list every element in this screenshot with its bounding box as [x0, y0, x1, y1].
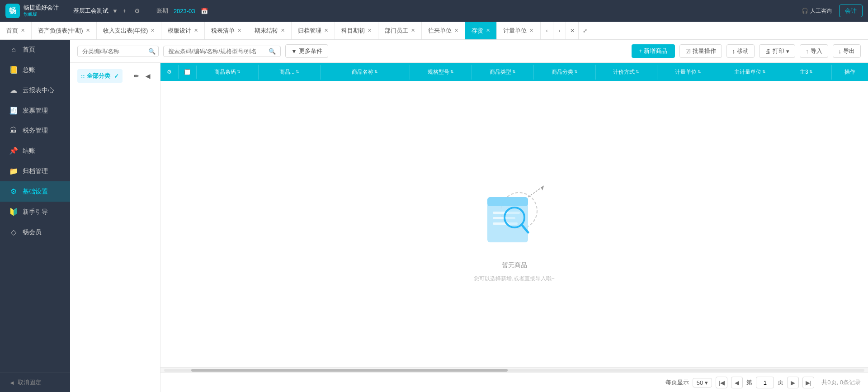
- tab-fullscreen-btn[interactable]: ⤢: [578, 22, 591, 40]
- tab-contacts[interactable]: 往来单位 ✕: [422, 22, 465, 40]
- tab-inventory[interactable]: 存货 ✕: [465, 22, 497, 40]
- tab-home-close[interactable]: ✕: [21, 28, 25, 33]
- account-button[interactable]: 会计: [839, 5, 863, 17]
- move-button[interactable]: ↕ 移动: [726, 44, 755, 58]
- add-product-button[interactable]: + 新增商品: [632, 44, 675, 58]
- tax-icon: 🏛: [9, 127, 18, 135]
- product-search-box[interactable]: 🔍: [163, 46, 281, 57]
- col-gear[interactable]: ⚙: [160, 65, 179, 79]
- settings-sidebar-icon: ⚙: [9, 187, 18, 196]
- tab-balance-mid-close[interactable]: ✕: [86, 28, 90, 33]
- category-search-box[interactable]: 🔍: [77, 46, 159, 57]
- settings-icon[interactable]: ⚙: [131, 5, 144, 17]
- table-scrollbar[interactable]: [160, 367, 868, 373]
- tab-dept-emp[interactable]: 部门员工 ✕: [378, 22, 422, 40]
- sidebar-item-settings[interactable]: ⚙ 基础设置: [0, 181, 70, 202]
- tab-tax-clear[interactable]: 税表清单 ✕: [205, 22, 248, 40]
- tab-prev-btn[interactable]: ‹: [540, 22, 553, 40]
- add-company-btn[interactable]: ＋: [122, 7, 127, 15]
- tab-template[interactable]: 模版设计 ✕: [161, 22, 205, 40]
- prev-page-btn[interactable]: ◀: [731, 377, 743, 388]
- company-dropdown-icon[interactable]: ▼: [112, 8, 118, 14]
- tab-period-close[interactable]: 期末结转 ✕: [248, 22, 292, 40]
- sidebar-item-invoice[interactable]: 🧾 发票管理: [0, 100, 70, 121]
- sort-type-icon: ⇅: [512, 70, 516, 74]
- page-number-input[interactable]: [756, 377, 774, 388]
- filter-icon: ▼: [291, 48, 297, 55]
- collapse-panel-btn[interactable]: ◀: [143, 71, 153, 81]
- tab-tax-clear-close[interactable]: ✕: [237, 28, 241, 33]
- sort-code-icon: ⇅: [296, 70, 299, 74]
- import-button[interactable]: ↑ 导入: [800, 44, 828, 58]
- page-size-select[interactable]: 50 ▾: [693, 378, 712, 387]
- last-page-btn[interactable]: ▶|: [802, 377, 814, 388]
- tab-subject-init-close[interactable]: ✕: [368, 28, 372, 33]
- tab-home[interactable]: 首页 ✕: [0, 22, 32, 40]
- sidebar-label-reports: 云报表中心: [23, 86, 54, 94]
- col-num3[interactable]: 主3 ⇅: [781, 65, 832, 80]
- col-code[interactable]: 商品... ⇅: [259, 65, 321, 80]
- main-layout: ⌂ 首页 📒 总账 ☁ 云报表中心 🧾 发票管理 🏛 税务管理 📌 结账 📁 归…: [0, 40, 868, 392]
- support-button[interactable]: 🎧 人工咨询: [802, 7, 832, 15]
- print-button[interactable]: 🖨 打印 ▾: [759, 44, 795, 58]
- sidebar-item-ledger[interactable]: 📒 总账: [0, 60, 70, 80]
- sort-category-icon: ⇅: [574, 70, 578, 74]
- select-all-checkbox[interactable]: [184, 69, 190, 75]
- tab-income-year-close[interactable]: ✕: [151, 28, 155, 33]
- tab-close-all-btn[interactable]: ✕: [566, 22, 578, 40]
- col-spec[interactable]: 规格型号 ⇅: [410, 65, 472, 80]
- tab-income-year[interactable]: 收入支出表(年报) ✕: [97, 22, 162, 40]
- category-search-input[interactable]: [82, 48, 146, 55]
- sidebar-item-closing[interactable]: 📌 结账: [0, 141, 70, 161]
- member-icon: ◇: [9, 228, 18, 236]
- filter-button[interactable]: ▼ 更多条件: [285, 44, 328, 58]
- product-search-input[interactable]: [168, 48, 266, 55]
- tab-inventory-close[interactable]: ✕: [486, 28, 490, 33]
- col-category[interactable]: 商品分类 ⇅: [534, 65, 596, 80]
- tab-bar: 首页 ✕ 资产负债表(中期) ✕ 收入支出表(年报) ✕ 模版设计 ✕ 税表清单…: [0, 22, 868, 40]
- edit-category-btn[interactable]: ✏: [131, 71, 141, 81]
- sidebar-item-tax[interactable]: 🏛 税务管理: [0, 121, 70, 141]
- sidebar-item-guide[interactable]: 🔰 新手引导: [0, 202, 70, 222]
- product-search-icon[interactable]: 🔍: [269, 48, 276, 55]
- first-page-btn[interactable]: |◀: [716, 377, 727, 388]
- tab-balance-mid[interactable]: 资产负债表(中期) ✕: [32, 22, 97, 40]
- sort-barcode-icon: ⇅: [237, 70, 241, 74]
- header-right: 🎧 人工咨询 会计: [802, 5, 863, 17]
- tab-contacts-label: 往来单位: [428, 27, 452, 35]
- tab-archive[interactable]: 归档管理 ✕: [292, 22, 335, 40]
- unpin-button[interactable]: ◄ 取消固定: [0, 373, 70, 392]
- tab-next-btn[interactable]: ›: [553, 22, 566, 40]
- tab-unit-close[interactable]: ✕: [529, 28, 533, 33]
- tab-template-close[interactable]: ✕: [194, 28, 198, 33]
- tab-archive-close[interactable]: ✕: [324, 28, 328, 33]
- sidebar-item-reports[interactable]: ☁ 云报表中心: [0, 80, 70, 100]
- sidebar-item-member[interactable]: ◇ 畅会员: [0, 222, 70, 242]
- left-panel: :: 全部分类 ✓ ✏ ◀: [70, 63, 160, 392]
- move-icon: ↕: [732, 48, 736, 55]
- col-unit[interactable]: 计量单位 ⇅: [657, 65, 719, 80]
- scroll-thumb[interactable]: [191, 369, 508, 372]
- col-mainunit[interactable]: 主计量单位 ⇅: [719, 65, 781, 80]
- pagination-bar: 每页显示 50 ▾ |◀ ◀ 第 页 ▶ ▶| 共0页, 0条记录: [160, 373, 868, 392]
- tab-unit[interactable]: 计量单位 ✕: [497, 22, 540, 40]
- export-button[interactable]: ↓ 导出: [833, 44, 861, 58]
- grid-icon: ::: [81, 73, 85, 80]
- next-page-btn[interactable]: ▶: [787, 377, 799, 388]
- tab-period-close-close[interactable]: ✕: [281, 28, 285, 33]
- col-name[interactable]: 商品名称 ⇅: [321, 65, 410, 80]
- calendar-icon[interactable]: 📅: [201, 8, 208, 14]
- tab-dept-emp-close[interactable]: ✕: [411, 28, 415, 33]
- company-name: 基层工会测试: [73, 7, 108, 15]
- sidebar-item-home[interactable]: ⌂ 首页: [0, 40, 70, 60]
- col-price[interactable]: 计价方式 ⇅: [596, 65, 658, 80]
- col-check[interactable]: [179, 66, 197, 79]
- all-categories-item[interactable]: :: 全部分类 ✓: [77, 69, 123, 83]
- col-barcode[interactable]: 商品条码 ⇅: [197, 65, 259, 80]
- col-type[interactable]: 商品类型 ⇅: [472, 65, 534, 80]
- tab-contacts-close[interactable]: ✕: [454, 28, 458, 33]
- sidebar-item-archive[interactable]: 📁 归档管理: [0, 161, 70, 181]
- batch-op-button[interactable]: ☑ 批量操作: [679, 44, 722, 58]
- search-icon[interactable]: 🔍: [148, 48, 156, 55]
- tab-subject-init[interactable]: 科目期初 ✕: [335, 22, 378, 40]
